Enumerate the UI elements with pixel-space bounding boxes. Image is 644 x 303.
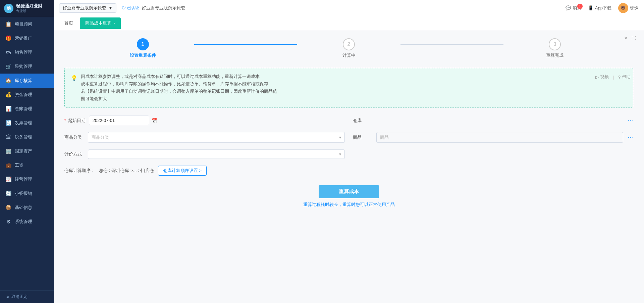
tax-icon: 🏛 <box>5 134 11 140</box>
user-profile[interactable]: 🐻 珠珠 <box>618 3 639 13</box>
sidebar-item-marketing[interactable]: 🎁 营销推广 <box>0 31 54 45</box>
step-3: 3 重算完成 <box>503 38 606 58</box>
help-link-btn[interactable]: ? 帮助 <box>618 74 631 80</box>
top-header: 好业财专业版演示帐套 ▼ 🛡 已认证 好业财专业版演示帐套 💬 消息 1 📱 A… <box>54 0 644 16</box>
sidebar-item-label-expense: 小畅报销 <box>15 190 32 197</box>
video-link[interactable]: ▷ 视频 <box>595 74 609 80</box>
form-row-1: * 起始日期 📅 仓库 ··· <box>64 116 633 125</box>
category-select[interactable]: 商品分类 ▾ <box>88 132 345 143</box>
fixed_assets-icon: 🏢 <box>5 148 11 154</box>
sidebar-item-finance[interactable]: 💰 资金管理 <box>0 88 54 102</box>
sidebar-header: 畅 畅捷通好业财 专业版 <box>0 0 54 17</box>
shield-icon: 🛡 <box>122 6 126 10</box>
recalculate-section: 重算成本 重算过程耗时较长，重算时您可以正常使用产品 <box>64 185 633 208</box>
warehouse-order-settings-btn[interactable]: 仓库计算顺序设置 > <box>158 166 207 176</box>
sidebar-item-fixed_assets[interactable]: 🏢 固定资产 <box>0 144 54 158</box>
info-text: 因成本计算参数调整，或是对商品成本有疑问时，可以通过成本重算功能，重新计算一遍成… <box>81 73 277 102</box>
tab-home-label: 首页 <box>64 20 73 26</box>
help-separator: | <box>613 75 614 80</box>
form-group-pricing: 计价方式 ▾ <box>64 149 345 159</box>
step-3-label: 重算完成 <box>546 52 564 58</box>
account-name-display: 好业财专业版演示帐套 <box>142 5 185 11</box>
category-chevron-icon: ▾ <box>339 135 341 140</box>
header-left: 好业财专业版演示帐套 ▼ 🛡 已认证 好业财专业版演示帐套 <box>59 3 185 13</box>
expense-icon: 🔄 <box>5 190 11 197</box>
dropdown-icon: ▼ <box>108 5 113 10</box>
app-download-label: App下载 <box>595 5 611 11</box>
sidebar-item-salary[interactable]: 💼 工资 <box>0 158 54 172</box>
video-link-label: 视频 <box>600 74 609 80</box>
info-icon: 💡 <box>71 74 77 102</box>
accounting-icon: 📊 <box>5 106 11 112</box>
basic-icon: 📦 <box>5 205 11 211</box>
close-btn[interactable]: ✕ <box>624 36 628 41</box>
tab-close-icon[interactable]: × <box>113 21 115 25</box>
sidebar-item-label-basic: 基础信息 <box>15 205 32 211</box>
content-area: ✕ ⛶ ▷ 视频 | ? 帮助 1 设置重算条件 <box>54 30 644 303</box>
step-1-circle: 1 <box>137 38 149 50</box>
sidebar-item-invoice[interactable]: 🧾 发票管理 <box>0 116 54 130</box>
app-logo-icon: 畅 <box>4 4 13 13</box>
avatar-emoji: 🐻 <box>621 6 626 10</box>
warehouse-order-label: 仓库计算顺序： <box>64 168 95 174</box>
app-title-group: 畅捷通好业财 专业版 <box>16 3 42 13</box>
purchase-icon: 🛒 <box>5 63 11 70</box>
goods-dots-btn[interactable]: ··· <box>628 134 633 140</box>
project-icon: 📋 <box>5 21 11 27</box>
sidebar-footer[interactable]: ◄ 取消固定 <box>0 290 54 303</box>
goods-label: 商品 <box>353 134 373 140</box>
start-date-input[interactable] <box>89 116 149 125</box>
step-2: 2 计算中 <box>297 38 400 58</box>
account-selector-text: 好业财专业版演示帐套 <box>63 5 106 11</box>
start-date-label: * 起始日期 <box>64 118 86 124</box>
system-icon: ⚙ <box>5 219 11 225</box>
sidebar-item-basic[interactable]: 📦 基础信息 <box>0 201 54 215</box>
sales-icon: 🛍 <box>5 49 11 55</box>
finance-icon: 💰 <box>5 92 11 98</box>
sidebar-item-label-finance: 资金管理 <box>15 92 32 98</box>
info-line-1: 因成本计算参数调整，或是对商品成本有疑问时，可以通过成本重算功能，重新计算一遍成… <box>81 73 277 80</box>
sidebar-item-label-invoice: 发票管理 <box>15 120 32 126</box>
app-download-btn[interactable]: 📱 App下载 <box>588 5 611 11</box>
verified-badge: 🛡 已认证 <box>122 5 139 11</box>
warehouse-dots-btn[interactable]: ··· <box>628 118 633 124</box>
help-link-label: 帮助 <box>622 74 631 80</box>
invoice-icon: 🧾 <box>5 120 11 126</box>
step-1-label: 设置重算条件 <box>130 52 156 58</box>
tab-home[interactable]: 首页 <box>59 17 78 29</box>
message-icon: 💬 <box>566 5 571 10</box>
sidebar-item-project[interactable]: 📋 项目顾问 <box>0 17 54 31</box>
info-line-2: 成本重算过程中，影响库存账的操作均不能操作，比如进货单、销货单、库存单据不能审核… <box>81 80 277 88</box>
main-area: 好业财专业版演示帐套 ▼ 🛡 已认证 好业财专业版演示帐套 💬 消息 1 📱 A… <box>54 0 644 303</box>
sidebar-item-purchase[interactable]: 🛒 采购管理 <box>0 59 54 74</box>
sidebar-item-label-salary: 工资 <box>15 162 23 168</box>
step-container: 1 设置重算条件 2 计算中 3 重算完成 <box>64 38 633 58</box>
sidebar-item-operation[interactable]: 📈 经营管理 <box>0 172 54 186</box>
app-name: 畅捷通好业财 <box>16 3 42 9</box>
pricing-method-select[interactable]: ▾ <box>88 149 345 159</box>
user-name: 珠珠 <box>630 5 639 11</box>
calendar-icon[interactable]: 📅 <box>151 118 157 123</box>
verified-text: 已认证 <box>127 5 139 11</box>
step-2-circle: 2 <box>343 38 355 50</box>
sidebar-item-label-project: 项目顾问 <box>15 21 32 27</box>
window-controls: ✕ ⛶ <box>624 36 636 41</box>
notification-btn[interactable]: 💬 消息 1 <box>566 5 581 11</box>
tab-cost-recalc[interactable]: 商品成本重算 × <box>80 17 121 29</box>
sidebar-item-sales[interactable]: 🛍 销售管理 <box>0 45 54 59</box>
sidebar-item-system[interactable]: ⚙ 系统管理 <box>0 215 54 229</box>
expand-btn[interactable]: ⛶ <box>632 36 636 41</box>
account-selector[interactable]: 好业财专业版演示帐套 ▼ <box>59 3 116 13</box>
sidebar-nav: 📋 项目顾问 🎁 营销推广 🛍 销售管理 🛒 采购管理 🏠 库存核算 💰 资金管… <box>0 17 54 290</box>
sidebar-item-inventory[interactable]: 🏠 库存核算 <box>0 74 54 88</box>
marketing-icon: 🎁 <box>5 35 11 41</box>
goods-input[interactable]: 商品 <box>376 132 623 143</box>
sidebar-item-expense[interactable]: 🔄 小畅报销 <box>0 186 54 201</box>
unpin-label: 取消固定 <box>11 294 28 300</box>
sidebar-item-label-marketing: 营销推广 <box>15 35 32 41</box>
sidebar-item-tax[interactable]: 🏛 税务管理 <box>0 130 54 144</box>
recalculate-btn[interactable]: 重算成本 <box>319 185 379 198</box>
user-avatar: 🐻 <box>618 3 628 13</box>
sidebar-item-label-accounting: 总账管理 <box>15 106 32 112</box>
sidebar-item-accounting[interactable]: 📊 总账管理 <box>0 102 54 116</box>
